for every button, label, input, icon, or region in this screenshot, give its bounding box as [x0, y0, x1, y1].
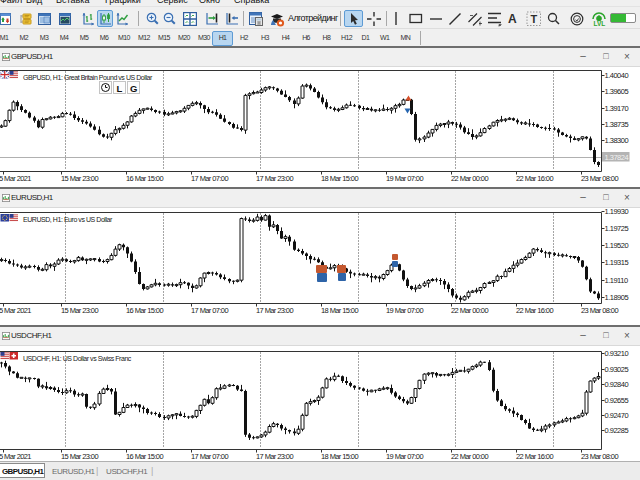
svg-text:0.92470: 0.92470 — [605, 411, 629, 420]
svg-text:T: T — [531, 13, 538, 25]
svg-text:16 Mar 15:00: 16 Mar 15:00 — [126, 306, 163, 315]
svg-text:5 Mar 2021: 5 Mar 2021 — [0, 306, 31, 315]
svg-text:5 Mar 2021: 5 Mar 2021 — [0, 452, 31, 461]
svg-text:1.18905: 1.18905 — [605, 293, 629, 302]
svg-text:16 Mar 15:00: 16 Mar 15:00 — [126, 174, 163, 183]
svg-text:1.19520: 1.19520 — [605, 241, 629, 250]
svg-text:22 Mar 00:00: 22 Mar 00:00 — [451, 306, 488, 315]
svg-text:1.38300: 1.38300 — [605, 136, 629, 145]
svg-text:22 Mar 00:00: 22 Mar 00:00 — [451, 174, 488, 183]
svg-text:1.40040: 1.40040 — [605, 71, 629, 80]
svg-text:23 Mar 08:00: 23 Mar 08:00 — [581, 174, 618, 183]
svg-text:18 Mar 15:00: 18 Mar 15:00 — [321, 452, 358, 461]
svg-text:1.19315: 1.19315 — [605, 258, 629, 267]
svg-text:17 Mar 07:00: 17 Mar 07:00 — [191, 306, 228, 315]
svg-text:0.93025: 0.93025 — [605, 365, 629, 374]
svg-text:23 Mar 08:00: 23 Mar 08:00 — [581, 306, 618, 315]
svg-text:17 Mar 23:00: 17 Mar 23:00 — [256, 452, 293, 461]
svg-text:15 Mar 23:00: 15 Mar 23:00 — [61, 452, 98, 461]
svg-text:17 Mar 07:00: 17 Mar 07:00 — [191, 452, 228, 461]
svg-text:22 Mar 16:00: 22 Mar 16:00 — [516, 174, 553, 183]
svg-text:17 Mar 23:00: 17 Mar 23:00 — [256, 174, 293, 183]
svg-text:22 Mar 16:00: 22 Mar 16:00 — [516, 452, 553, 461]
svg-text:0.93210: 0.93210 — [605, 349, 629, 358]
svg-text:1.37824: 1.37824 — [605, 153, 629, 162]
svg-text:USDCHF, H1: US Dollar vs Swiss: USDCHF, H1: US Dollar vs Swiss Franc — [23, 355, 132, 362]
svg-text:22 Mar 16:00: 22 Mar 16:00 — [516, 306, 553, 315]
svg-text:0.92655: 0.92655 — [605, 396, 629, 405]
svg-text:1.19110: 1.19110 — [605, 276, 628, 285]
svg-text:0.92285: 0.92285 — [605, 426, 629, 435]
svg-text:0.92840: 0.92840 — [605, 380, 629, 389]
svg-text:18 Mar 15:00: 18 Mar 15:00 — [321, 174, 358, 183]
svg-text:19 Mar 07:00: 19 Mar 07:00 — [386, 452, 423, 461]
svg-text:1.38735: 1.38735 — [605, 120, 629, 129]
svg-text:L: L — [117, 83, 123, 94]
svg-text:15 Mar 23:00: 15 Mar 23:00 — [61, 306, 98, 315]
svg-text:5 Mar 2021: 5 Mar 2021 — [0, 174, 31, 183]
svg-text:1.19725: 1.19725 — [605, 224, 629, 233]
svg-text:17 Mar 07:00: 17 Mar 07:00 — [191, 174, 228, 183]
svg-text:19 Mar 07:00: 19 Mar 07:00 — [386, 306, 423, 315]
svg-text:19 Mar 07:00: 19 Mar 07:00 — [386, 174, 423, 183]
svg-text:1.39605: 1.39605 — [605, 87, 629, 96]
svg-text:EURUSD, H1: Euro vs US Dollar: EURUSD, H1: Euro vs US Dollar — [23, 216, 113, 223]
svg-text:1.39170: 1.39170 — [605, 104, 629, 113]
svg-text:18 Mar 15:00: 18 Mar 15:00 — [321, 306, 358, 315]
svg-text:G: G — [130, 83, 137, 94]
svg-text:1.19930: 1.19930 — [605, 208, 629, 216]
svg-text:LVL: LVL — [594, 20, 606, 27]
svg-text:17 Mar 23:00: 17 Mar 23:00 — [256, 306, 293, 315]
svg-text:GBPUSD, H1: Great Britain Poun: GBPUSD, H1: Great Britain Pound vs US Do… — [23, 74, 153, 81]
svg-text:22 Mar 00:00: 22 Mar 00:00 — [451, 452, 488, 461]
svg-text:16 Mar 15:00: 16 Mar 15:00 — [126, 452, 163, 461]
svg-text:23 Mar 08:00: 23 Mar 08:00 — [581, 452, 618, 461]
svg-text:15 Mar 23:00: 15 Mar 23:00 — [61, 174, 98, 183]
